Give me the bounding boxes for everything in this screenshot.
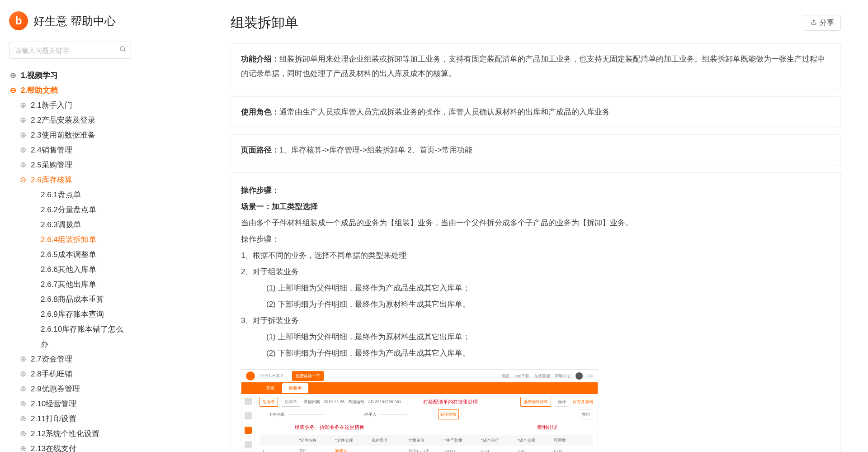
- nav-2-11[interactable]: ⊕2.11打印设置: [9, 411, 131, 426]
- step2b: (2) 下部明细为子件明细，最终作为原材料生成其它出库单。: [241, 297, 830, 312]
- step2: 2、对于组装业务: [241, 264, 830, 280]
- nav-2-8[interactable]: ⊕2.8手机旺铺: [9, 366, 131, 381]
- screenshot-tabs: 首页 拆装单: [241, 382, 598, 394]
- nav-2-6-7[interactable]: 2.6.7其他出库单: [9, 277, 131, 292]
- lb-icon: [245, 441, 252, 448]
- anno3: 费用处理: [537, 422, 557, 432]
- plus-icon: ⊕: [9, 68, 17, 83]
- plus-icon: ⊕: [19, 441, 27, 452]
- table-parent-head: *父件名称*父件仓库规格型号计量单位*生产数量*成本单价*成本金额可用量: [259, 435, 593, 446]
- screenshot-topbar: TEST-H002 免费体验一下 消息 App下载 在线客服 帮助中心 CC: [241, 370, 598, 382]
- input1-label: 子件仓库: [269, 410, 285, 419]
- svg-line-1: [124, 50, 125, 52]
- role-card: 使用角色：通常由生产人员或库管人员完成拆装业务的操作，库管人员确认原材料的出库和…: [231, 96, 841, 128]
- content-block: 操作步骤： 场景一：加工类型选择 当由多个子件材料组装成一个成品的业务为【组装】…: [231, 172, 841, 452]
- step3a: (1) 上部明细为父件明细，最终作为原材料生成其它出库单；: [241, 329, 830, 345]
- path-card: 页面路径：1、库存核算->库存管理->组装拆卸单 2、首页->常用功能: [231, 134, 841, 166]
- screenshot-tab-home: 首页: [259, 383, 281, 393]
- btn-fee: 费用: [579, 409, 593, 419]
- nav-sec2[interactable]: ⊖2.帮助文档: [9, 83, 131, 98]
- badge-cx: 拆卸单: [282, 397, 300, 407]
- badge-select: 选择物料清单: [520, 397, 551, 407]
- steps-label: 操作步骤：: [241, 183, 830, 198]
- nav-2-4[interactable]: ⊕2.4销售管理: [9, 143, 131, 157]
- top-item: CC: [587, 372, 593, 380]
- plus-icon: ⊕: [19, 143, 27, 157]
- minus-icon: ⊖: [9, 83, 17, 98]
- nav-2-2[interactable]: ⊕2.2产品安装及登录: [9, 113, 131, 128]
- nav-2-6[interactable]: ⊖2.6库存核算: [9, 172, 131, 187]
- logo: b 好生意 帮助中心: [9, 11, 131, 30]
- step1: 1、根据不同的业务，选择不同单据的类型来处理: [241, 248, 830, 263]
- nav-2-3[interactable]: ⊕2.3使用前数据准备: [9, 128, 131, 143]
- top-item: App下载: [514, 372, 529, 380]
- search-input[interactable]: [9, 42, 131, 59]
- share-button[interactable]: 分享: [804, 15, 841, 31]
- plus-icon: ⊕: [19, 396, 27, 411]
- plus-icon: ⊕: [19, 98, 27, 113]
- embedded-screenshot: TEST-H002 免费体验一下 消息 App下载 在线客服 帮助中心 CC 首…: [241, 369, 598, 452]
- top-item: 消息: [501, 372, 509, 380]
- share-label: 分享: [820, 18, 834, 28]
- btn-audit: 操作: [555, 397, 569, 407]
- lb-icon: [245, 427, 252, 434]
- path-text: 1、库存核算->库存管理->组装拆卸单 2、首页->常用功能: [279, 146, 472, 154]
- lb-icon: [245, 398, 252, 405]
- plus-icon: ⊕: [19, 366, 27, 381]
- nav-2-6-9[interactable]: 2.6.9库存账本查询: [9, 307, 131, 322]
- nav-sec1[interactable]: ⊕1.视频学习: [9, 68, 131, 83]
- table-parent-row: 1耳机海淀仓付个1 = 1个10.000.000.000.00: [259, 446, 593, 452]
- main: 组装拆卸单 分享 功能介绍：组装拆卸单用来处理企业组装或拆卸等加工业务，支持有固…: [140, 0, 868, 452]
- plus-icon: ⊕: [19, 411, 27, 426]
- steps-title: 操作步骤：: [241, 232, 830, 247]
- search-box: [9, 42, 131, 59]
- intro-text: 组装拆卸单用来处理企业组装或拆卸等加工业务，支持有固定装配清单的产品加工业务，也…: [241, 55, 825, 78]
- screenshot-body: 组装单 拆卸单 单据日期 2019-12-26 单据编号 AD-20191226…: [255, 394, 598, 452]
- badge-zz: 组装单: [259, 397, 278, 407]
- minus-icon: ⊖: [19, 172, 27, 187]
- path-label: 页面路径：: [241, 146, 279, 154]
- nav-2-13[interactable]: ⊕2.13在线支付: [9, 441, 131, 452]
- nav-2-12[interactable]: ⊕2.12系统个性化设置: [9, 426, 131, 441]
- role-text: 通常由生产人员或库管人员完成拆装业务的操作，库管人员确认原材料的出库和产成品的入…: [279, 108, 610, 116]
- top-item: 在线客服: [534, 372, 550, 380]
- nav-2-6-5[interactable]: 2.6.5成本调整单: [9, 247, 131, 262]
- share-icon: [811, 19, 817, 27]
- nav-2-6-4[interactable]: 2.6.4组装拆卸单: [9, 232, 131, 247]
- btn-save: 保存并新增: [573, 398, 593, 406]
- nav-2-1[interactable]: ⊕2.1新手入门: [9, 98, 131, 113]
- step3b: (2) 下部明细为子件明细，最终作为产成品生成其它入库单。: [241, 346, 830, 361]
- nav-2-6-6[interactable]: 2.6.6其他入库单: [9, 262, 131, 277]
- nav-2-7[interactable]: ⊕2.7资金管理: [9, 352, 131, 366]
- sidebar: b 好生意 帮助中心 ⊕1.视频学习 ⊖2.帮助文档 ⊕2.1新手入门 ⊕2.2…: [0, 0, 140, 452]
- nav-2-10[interactable]: ⊕2.10经营管理: [9, 396, 131, 411]
- screenshot-meta: TEST-H002: [259, 371, 283, 381]
- nav-2-6-1[interactable]: 2.6.1盘点单: [9, 187, 131, 202]
- top-item: 帮助中心: [555, 372, 571, 380]
- step3: 3、对于拆装业务: [241, 313, 830, 328]
- role-label: 使用角色：: [241, 108, 279, 116]
- person-label: 经手人: [364, 410, 377, 419]
- code-label: 单据编号: [348, 398, 364, 406]
- nav-2-6-8[interactable]: 2.6.8商品成本重算: [9, 292, 131, 307]
- title-row: 组装拆卸单 分享: [231, 14, 859, 32]
- nav-2-6-2[interactable]: 2.6.2分量盘点单: [9, 202, 131, 217]
- plus-icon: ⊕: [19, 426, 27, 441]
- lb-icon: [245, 412, 252, 419]
- scene-label: 场景一：加工类型选择: [241, 199, 830, 214]
- nav-2-9[interactable]: ⊕2.9优惠券管理: [9, 381, 131, 396]
- plus-icon: ⊕: [19, 381, 27, 396]
- screenshot-top-right: 消息 App下载 在线客服 帮助中心 CC: [501, 372, 593, 380]
- intro-card: 功能介绍：组装拆卸单用来处理企业组装或拆卸等加工业务，支持有固定装配清单的产品加…: [231, 43, 841, 90]
- nav-2-5[interactable]: ⊕2.5采购管理: [9, 157, 131, 172]
- anno2: 组装业务、拆卸业务在这里切换: [295, 422, 364, 432]
- svg-point-0: [120, 47, 124, 51]
- anno1: 有装配清单的在这里处理: [423, 397, 478, 407]
- nav-2-6-3[interactable]: 2.6.3调拨单: [9, 217, 131, 232]
- screenshot-tab-doc: 拆装单: [282, 383, 308, 393]
- screenshot-logo-icon: [246, 371, 255, 381]
- input2-label: 到期提醒: [438, 409, 459, 419]
- plus-icon: ⊕: [19, 157, 27, 172]
- search-icon[interactable]: [119, 46, 127, 55]
- nav-2-6-10[interactable]: 2.6.10库存账本错了怎么办: [9, 322, 131, 352]
